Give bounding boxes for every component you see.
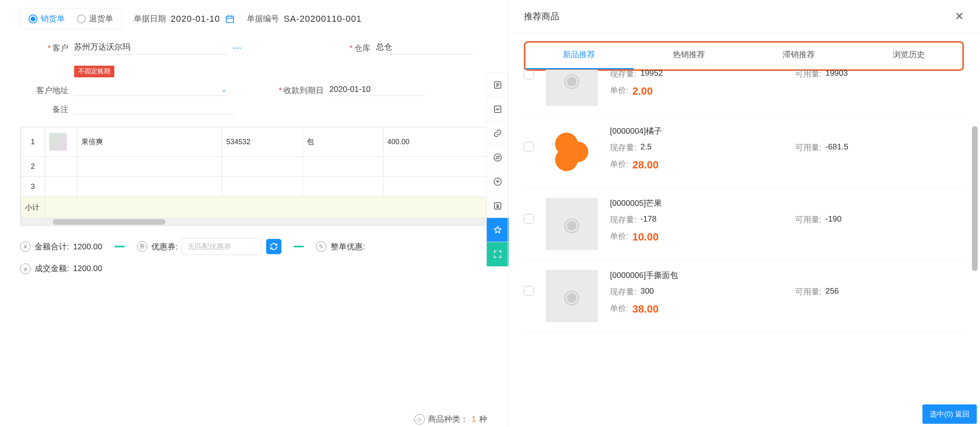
radio-icon	[77, 15, 86, 23]
tab-sales-order[interactable]: 销货单	[29, 13, 65, 24]
item-checkbox[interactable]	[524, 286, 533, 296]
minus-icon	[294, 246, 304, 247]
row-index: 2	[21, 157, 45, 177]
recommend-list[interactable]: ◉ 250ml 现存量:19952 可用量:19903 单价:2.00 [000…	[508, 70, 980, 427]
recommend-tabs: 新品推荐 热销推荐 滞销推荐 浏览历史	[524, 41, 964, 70]
list-item: ◉ [0000006]手撕面包 现存量:300 可用量:256 单价:38.00	[524, 260, 964, 332]
expand-icon[interactable]	[487, 242, 509, 266]
radio-icon	[29, 15, 37, 23]
chart-icon[interactable]	[487, 97, 509, 121]
doc-date-label: 单据日期	[134, 13, 166, 24]
doc-type-tabs: 销货单 退货单	[20, 8, 122, 29]
address-field: 客户地址 ⌄	[20, 85, 227, 96]
list-item: ◉ [0000005]芒果 现存量:-178 可用量:-190 单价:10.00	[524, 188, 964, 260]
item-checkbox[interactable]	[524, 142, 533, 151]
goods-kind-summary: ◇ 商品种类： 1 种	[0, 414, 507, 425]
doc-date: 单据日期 2020-01-10	[134, 13, 235, 24]
product-title: [0000005]芒果	[610, 198, 964, 209]
yen-box-icon[interactable]	[487, 194, 509, 218]
recommend-panel: 推荐商品 ✕ 新品推荐 热销推荐 滞销推荐 浏览历史 ◉ 250ml 现存量:1…	[507, 0, 980, 427]
yen-icon: ¥	[20, 241, 31, 252]
tab-return-label: 退货单	[89, 13, 113, 24]
product-title: [0000004]橘子	[610, 126, 964, 137]
svg-rect-0	[226, 16, 234, 23]
tab-return-order[interactable]: 退货单	[77, 13, 113, 24]
due-label: 收款到期日	[283, 86, 324, 95]
table-row[interactable]: 2	[21, 157, 487, 177]
product-image: ◉	[546, 198, 598, 250]
deal-icon: ⌀	[20, 263, 31, 274]
coupon-label: 优惠券:	[151, 241, 178, 252]
remark-input[interactable]	[74, 105, 235, 114]
table-row[interactable]: 3	[21, 177, 487, 197]
sales-order-form: 销货单 退货单 单据日期 2020-01-10 单据编号 SA-20200110…	[0, 0, 507, 427]
doc-code: 单据编号 SA-20200110-001	[247, 13, 362, 24]
more-icon[interactable]: ⋯	[233, 43, 242, 53]
doc-code-label: 单据编号	[247, 13, 279, 24]
deal-row: ⌀ 成交金额: 1200.00	[20, 263, 487, 274]
close-icon[interactable]: ✕	[955, 10, 964, 23]
list-item: [0000004]橘子 现存量:2.5 可用量:-681.5 单价:28.00	[524, 116, 964, 188]
item-checkbox[interactable]	[524, 70, 533, 79]
calendar-icon[interactable]	[225, 14, 235, 24]
coupon-icon: 券	[137, 241, 147, 252]
tag-icon: ◇	[414, 414, 425, 425]
due-value[interactable]: 2020-01-10	[329, 85, 426, 96]
customer-field: *客户 苏州万达沃尔玛 ⋯	[20, 41, 242, 54]
svg-point-5	[494, 154, 501, 161]
tab-sales-label: 销货单	[41, 13, 65, 24]
address-select[interactable]: ⌄	[74, 85, 227, 96]
no-fixed-period-badge: 不固定账期	[74, 66, 114, 77]
doc-date-value[interactable]: 2020-01-10	[171, 14, 220, 24]
product-title: [0000006]手撕面包	[610, 270, 964, 281]
star-icon[interactable]	[487, 218, 509, 242]
customer-label: 客户	[52, 44, 68, 52]
recommend-title: 推荐商品	[524, 10, 559, 23]
customer-value[interactable]: 苏州万达沃尔玛	[74, 41, 227, 54]
tab-new[interactable]: 新品推荐	[524, 41, 634, 69]
coupon-input[interactable]: 无匹配优惠券	[182, 238, 262, 255]
vertical-scrollbar[interactable]	[972, 126, 978, 271]
tab-slow[interactable]: 滞销推荐	[744, 41, 854, 69]
list-icon[interactable]	[487, 73, 509, 97]
list-item: ◉ 250ml 现存量:19952 可用量:19903 单价:2.00	[524, 70, 964, 116]
address-label: 客户地址	[20, 85, 68, 96]
refresh-icon[interactable]	[266, 239, 281, 254]
deal-label: 成交金额:	[35, 263, 69, 274]
chevron-down-icon: ⌄	[221, 85, 227, 94]
selected-return-button[interactable]: 选中(0) 返回	[922, 404, 977, 424]
shelter-icon[interactable]	[487, 170, 509, 194]
amount-label: 金额合计:	[35, 241, 69, 252]
subtotal-label: 小计	[21, 197, 45, 218]
remark-field: 备注	[20, 104, 235, 115]
tab-hot[interactable]: 热销推荐	[634, 41, 744, 69]
tab-history[interactable]: 浏览历史	[854, 41, 964, 69]
discount-icon: ✎	[316, 241, 327, 252]
remark-label: 备注	[20, 104, 68, 115]
swap-icon[interactable]	[487, 145, 509, 170]
product-image: ◉	[546, 270, 598, 322]
totals-row: ¥ 金额合计: 1200.00 券 优惠券: 无匹配优惠券 ✎ 整单优惠:	[20, 238, 487, 255]
warehouse-label: 仓库	[354, 44, 370, 52]
item-checkbox[interactable]	[524, 214, 533, 224]
subtotal-row: 小计	[21, 197, 487, 218]
warehouse-field: *仓库 总仓	[322, 41, 473, 54]
minus-icon	[114, 246, 125, 247]
product-image	[546, 126, 598, 178]
whole-discount-label: 整单优惠:	[331, 241, 365, 252]
product-image: ◉	[546, 70, 598, 106]
amount-value: 1200.00	[73, 242, 102, 251]
doc-code-value: SA-20200110-001	[284, 14, 362, 24]
due-date-field: *收款到期日 2020-01-10	[275, 85, 426, 96]
deal-value: 1200.00	[73, 264, 102, 273]
warehouse-value[interactable]: 总仓	[376, 41, 473, 54]
link-icon[interactable]	[487, 121, 509, 145]
line-items-table: 商 *商品 扫码录入 规格型号 *销售单位 *数量 1 果倍爽 商	[20, 127, 487, 226]
horizontal-scrollbar[interactable]	[21, 218, 487, 226]
side-toolbar	[486, 73, 509, 267]
row-index: 3	[21, 177, 45, 197]
